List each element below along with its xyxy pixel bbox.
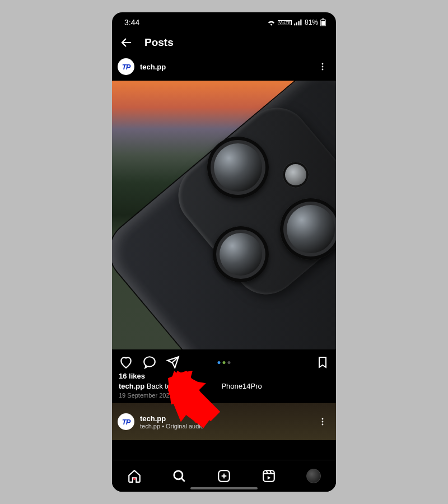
home-icon [127,469,142,483]
profile-avatar-icon [306,469,321,483]
likes-count[interactable]: 16 likes [119,372,329,380]
next-post-audio[interactable]: tech.pp • Original audio [140,423,204,430]
bottom-nav [112,460,336,492]
post-username[interactable]: tech.pp [140,63,166,71]
reels-icon [262,469,276,483]
svg-point-15 [322,424,324,426]
svg-rect-6 [321,21,325,25]
battery-text: 81% [305,18,318,26]
share-button[interactable] [166,355,180,370]
home-notification-dot [133,478,136,480]
wifi-icon [267,19,276,26]
search-icon [172,469,186,483]
status-time: 3:44 [124,18,139,27]
network-label: VoLTE [278,20,292,25]
svg-rect-1 [296,22,297,25]
app-header: Posts [112,30,336,55]
post-caption: tech.pp Back to BLAPhone14Pro [119,382,329,390]
svg-point-8 [322,63,324,65]
post-image[interactable] [112,81,336,349]
status-icons: VoLTE 81% [267,18,326,26]
save-button[interactable] [316,356,329,369]
post-date: 19 September 2022 [119,392,329,399]
battery-icon [320,18,326,26]
svg-point-10 [322,69,324,71]
post-action-row [112,349,336,372]
next-post-header: TP tech.pp tech.pp • Original audio [112,403,336,440]
carousel-indicator [218,361,231,364]
status-bar: 3:44 VoLTE 81% [112,12,336,30]
phone-frame: 3:44 VoLTE 81% Posts TP tech.pp [112,12,336,492]
svg-point-9 [322,66,324,68]
svg-rect-2 [298,21,299,26]
more-vertical-icon [318,417,327,426]
share-icon [166,355,180,370]
nav-reels[interactable] [246,469,291,483]
nav-home[interactable] [112,469,157,483]
signal-icon [294,19,302,26]
svg-rect-0 [294,24,295,25]
nav-create[interactable] [202,469,246,483]
next-post-username[interactable]: tech.pp [140,414,204,423]
post-meta: 16 likes tech.pp Back to BLAPhone14Pro 1… [112,372,336,403]
plus-square-icon [217,469,231,483]
svg-marker-25 [268,476,270,480]
comment-button[interactable] [142,355,157,370]
post-more-button[interactable] [315,59,330,74]
more-vertical-icon [318,62,327,71]
svg-rect-21 [263,470,274,482]
comment-icon [142,355,157,370]
nav-search[interactable] [157,469,202,483]
bookmark-icon [316,356,329,369]
svg-rect-3 [300,20,301,26]
heart-icon [119,355,133,370]
svg-point-14 [322,421,324,423]
nav-profile[interactable] [291,469,336,483]
like-button[interactable] [119,355,133,370]
page-title: Posts [144,36,174,49]
post-avatar[interactable]: TP [118,58,134,75]
svg-point-13 [322,418,324,420]
post-header: TP tech.pp [112,55,336,81]
svg-line-17 [181,478,185,482]
next-post-more-button[interactable] [315,414,330,430]
next-post-avatar[interactable]: TP [118,413,134,430]
gesture-bar [190,487,258,489]
back-arrow-icon [120,36,133,49]
svg-point-16 [174,471,183,479]
caption-username[interactable]: tech.pp [119,382,144,390]
back-button[interactable] [120,36,133,49]
